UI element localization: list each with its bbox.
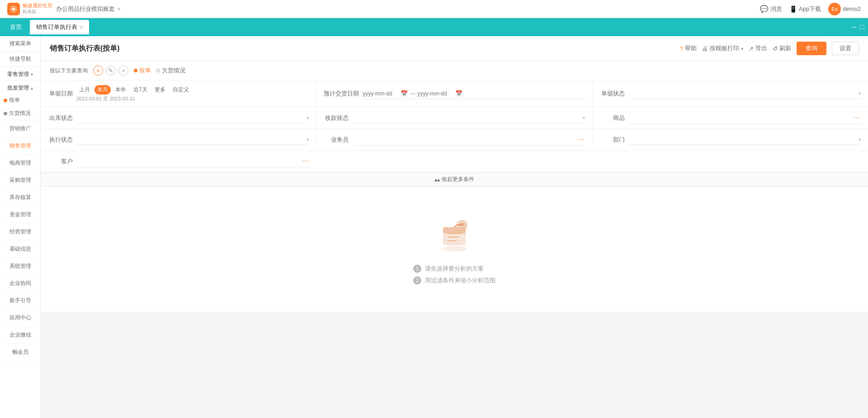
sidebar-item-purchase[interactable]: 采购管理 bbox=[0, 172, 40, 189]
message-btn[interactable]: 💬 消息 bbox=[760, 5, 782, 13]
sidebar-item-operation[interactable]: 经营管理 bbox=[0, 223, 40, 241]
username: demo2 bbox=[843, 5, 861, 12]
payment-select[interactable]: ▾ bbox=[352, 113, 585, 124]
sidebar-item-corp[interactable]: 企业协同 bbox=[0, 275, 40, 292]
sidebar-item-ecommerce[interactable]: 电商管理 bbox=[0, 155, 40, 172]
status-arrow-icon: ▾ bbox=[859, 91, 861, 96]
salesperson-more-icon[interactable]: ··· bbox=[577, 135, 585, 143]
filter-expected-date-cell: 预计交货日期 📅 — 📅 bbox=[316, 81, 592, 107]
refresh-btn[interactable]: ↺ 刷新 bbox=[773, 44, 791, 52]
app-icon: 📱 bbox=[789, 5, 797, 13]
basic-label: 基础信息 bbox=[9, 246, 31, 252]
salesperson-input[interactable]: ··· bbox=[352, 133, 585, 146]
expected-date-start-input[interactable] bbox=[363, 90, 399, 97]
quick-nav-label: 快捷导航 bbox=[9, 56, 31, 62]
help-btn[interactable]: ? 帮助 bbox=[680, 44, 697, 52]
top-bar-left: 畅捷通好生意 标准版 办公用品行业模拟账套 ▾ bbox=[7, 3, 121, 15]
filter-date-cell: 单据日期 上月 本月 本年 近7天 更多 自定义 2023-03-01 至 20… bbox=[41, 81, 316, 107]
execution-select[interactable]: ▾ bbox=[76, 134, 309, 145]
execution-label: 执行状态 bbox=[48, 136, 73, 144]
sub-order-label: 按单 bbox=[9, 96, 20, 104]
finance-label: 资金管理 bbox=[9, 211, 31, 218]
tab-maximize-btn[interactable]: □ bbox=[860, 23, 864, 31]
date-sep-icon: — bbox=[410, 90, 415, 97]
settings-btn[interactable]: 设置 bbox=[832, 42, 859, 55]
calendar-icon-2[interactable]: 📅 bbox=[455, 90, 462, 97]
dept-select[interactable]: ▾ bbox=[628, 134, 861, 145]
export-btn[interactable]: ↗ 导出 bbox=[749, 44, 767, 52]
breadcrumb[interactable]: 办公用品行业模拟账套 ▾ bbox=[56, 5, 121, 13]
logo-text: 畅捷通好生意 bbox=[23, 3, 52, 9]
scheme-collapse-btn[interactable]: « bbox=[118, 66, 128, 76]
sidebar-item-member[interactable]: 畅会员 bbox=[0, 344, 40, 361]
date-tab-this-year[interactable]: 本年 bbox=[113, 85, 129, 95]
user-menu[interactable]: Ea demo2 bbox=[828, 3, 861, 15]
inventory-label: 库存核算 bbox=[9, 194, 31, 200]
sidebar-item-appstore[interactable]: 应用中心 bbox=[0, 309, 40, 327]
sidebar-item-wholesale[interactable]: 批发管理 ▴ bbox=[0, 81, 40, 94]
breadcrumb-arrow-icon: ▾ bbox=[118, 5, 121, 12]
collapse-more-btn[interactable]: ▴▴ 收起更多条件 bbox=[41, 172, 868, 186]
sidebar-item-sales[interactable]: 销售管理 bbox=[0, 138, 40, 155]
tab-minimize-btn[interactable]: ─ bbox=[851, 23, 856, 31]
sidebar-item-marketing[interactable]: 营销推广 bbox=[0, 120, 40, 138]
sidebar-item-basic[interactable]: 基础信息 bbox=[0, 241, 40, 258]
goods-more-icon[interactable]: ··· bbox=[854, 114, 861, 122]
goods-input[interactable]: ··· bbox=[628, 112, 861, 124]
filter-status-cell: 单据状态 ▾ bbox=[593, 81, 868, 107]
sidebar-item-wechat[interactable]: 企业微信 bbox=[0, 327, 40, 344]
date-tab-more[interactable]: 更多 bbox=[152, 85, 168, 95]
tab-bar-actions: ─ □ bbox=[851, 23, 864, 31]
wholesale-label: 批发管理 bbox=[7, 84, 29, 92]
top-bar-right: 💬 消息 📱 App下载 Ea demo2 bbox=[760, 3, 861, 15]
date-tab-7days[interactable]: 近7天 bbox=[131, 85, 150, 95]
help-label: 帮助 bbox=[685, 44, 697, 52]
message-label: 消息 bbox=[770, 5, 782, 13]
page-header: 销售订单执行表(按单) ? 帮助 🖨 按模板打印 ▾ ↗ 导出 bbox=[41, 36, 868, 61]
scheme-option-order[interactable]: 按单 bbox=[134, 66, 151, 75]
collapse-more-label: 收起更多条件 bbox=[442, 176, 474, 183]
template-print-btn[interactable]: 🖨 按模板打印 ▾ bbox=[702, 44, 743, 52]
delivery-select[interactable]: ▾ bbox=[76, 113, 309, 124]
sidebar-item-newbie[interactable]: 新手引导 bbox=[0, 292, 40, 309]
scheme-edit-btn[interactable]: ✎ bbox=[106, 66, 116, 76]
tab-close-icon[interactable]: × bbox=[80, 24, 83, 30]
filter-customer-cell: 客户 ··· bbox=[41, 151, 316, 172]
customer-input[interactable]: ··· bbox=[76, 155, 309, 167]
date-tab-custom[interactable]: 自定义 bbox=[170, 85, 192, 95]
empty-state: 1 请先选择要分析的方案 2 用过滤条件来缩小分析范围 bbox=[41, 186, 868, 312]
order-dot-icon bbox=[4, 99, 7, 102]
tab-home[interactable]: 首页 bbox=[4, 20, 28, 34]
customer-more-icon[interactable]: ··· bbox=[302, 157, 309, 165]
delivery-label: 出库状态 bbox=[48, 114, 73, 122]
empty-tips: 1 请先选择要分析的方案 2 用过滤条件来缩小分析范围 bbox=[413, 265, 495, 285]
member-label: 畅会员 bbox=[12, 349, 28, 355]
query-btn[interactable]: 查询 bbox=[797, 42, 826, 55]
sidebar-item-system[interactable]: 系统管理 bbox=[0, 258, 40, 275]
tip-num-1: 1 bbox=[413, 265, 421, 273]
tab-sales-order[interactable]: 销售订单执行表 × bbox=[30, 20, 89, 34]
main-content: 销售订单执行表(按单) ? 帮助 🖨 按模板打印 ▾ ↗ 导出 bbox=[41, 36, 868, 312]
scheme-option-debt[interactable]: 欠货情况 bbox=[156, 66, 185, 75]
expected-date-end-input[interactable] bbox=[417, 90, 453, 97]
logo-text-area: 畅捷通好生意 标准版 bbox=[23, 3, 52, 15]
sidebar-quick-nav[interactable]: 快捷导航 bbox=[0, 52, 40, 67]
page-actions: ? 帮助 🖨 按模板打印 ▾ ↗ 导出 ↺ 刷新 bbox=[680, 42, 859, 61]
app-download-btn[interactable]: 📱 App下载 bbox=[789, 5, 821, 13]
refresh-label: 刷新 bbox=[779, 44, 791, 52]
scheme-add-btn[interactable]: + bbox=[93, 66, 103, 76]
sub-item-order[interactable]: 按单 bbox=[0, 94, 40, 107]
sidebar-search[interactable]: 搜索菜单 bbox=[0, 36, 40, 52]
sidebar-item-finance[interactable]: 资金管理 bbox=[0, 206, 40, 223]
sidebar-item-retail[interactable]: 零售管理 ▾ bbox=[0, 67, 40, 80]
sub-item-debt[interactable]: 欠货情况 bbox=[0, 107, 40, 120]
filter-delivery-cell: 出库状态 ▾ bbox=[41, 107, 316, 128]
date-tab-last-month[interactable]: 上月 bbox=[76, 85, 93, 95]
date-control: 上月 本月 本年 近7天 更多 自定义 2023-03-01 至 2023-03… bbox=[76, 85, 309, 102]
page-title: 销售订单执行表(按单) bbox=[50, 44, 120, 59]
date-tab-this-month[interactable]: 本月 bbox=[94, 85, 111, 95]
calendar-icon-1[interactable]: 📅 bbox=[401, 90, 408, 97]
sidebar-item-inventory[interactable]: 库存核算 bbox=[0, 189, 40, 206]
status-select[interactable]: ▾ bbox=[628, 88, 861, 99]
operation-label: 经营管理 bbox=[9, 228, 31, 235]
